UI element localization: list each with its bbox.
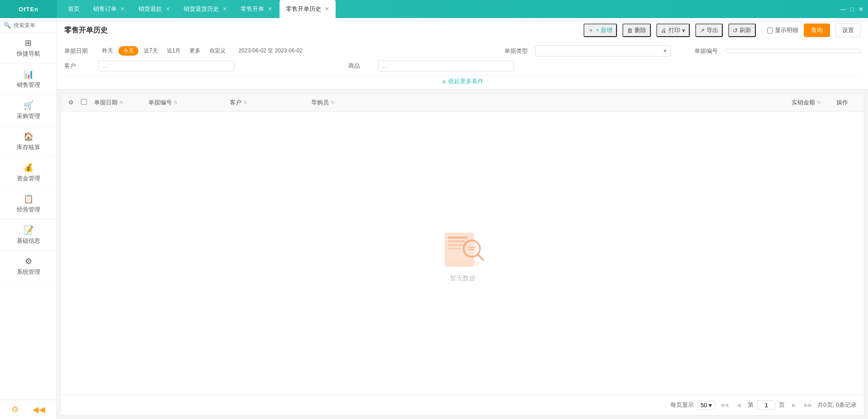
first-page-btn[interactable]: ◀◀ — [719, 400, 730, 410]
date-btn-last7[interactable]: 近7天 — [140, 46, 161, 56]
pagination: 每页显示 50 ▾ ◀◀ ◀ 第 页 ▶ ▶▶ 共0页, 0条记录 — [61, 395, 864, 415]
last-page-btn[interactable]: ▶▶ — [803, 400, 814, 410]
collapse-filter-btn[interactable]: ∧ 收起更多条件 — [64, 75, 861, 87]
tab-retail-history[interactable]: 零售开单历史✕ — [280, 0, 336, 18]
data-table-area: ⚙ 单据日期 ⇅ 单据编号 ⇅ 客户 ⇅ 导购员 ⇅ — [61, 93, 864, 415]
date-btn-yesterday[interactable]: 昨天 — [99, 46, 117, 56]
sidebar-item-inventory[interactable]: 🏠库存核算 — [0, 126, 57, 157]
th-amount[interactable]: 实销金额 ⇅ — [779, 99, 824, 107]
sort-amount-icon: ⇅ — [817, 100, 821, 105]
date-btn-more[interactable]: 更多 — [186, 46, 204, 56]
add-button[interactable]: ＋ + 新增 — [583, 24, 617, 37]
sort-guide-icon: ⇅ — [331, 100, 334, 105]
settings-button[interactable]: 设置 — [835, 24, 861, 37]
column-settings-btn[interactable]: ⚙ — [65, 99, 77, 106]
date-quick-btns: 昨天今天近7天近1月更多自定义 — [99, 46, 229, 56]
next-page-btn[interactable]: ▶ — [788, 400, 799, 410]
sidebar-label-operations: 经营管理 — [17, 206, 40, 214]
sidebar-item-finance[interactable]: 💰资金管理 — [0, 157, 57, 188]
customer-ellipsis: … — [103, 62, 109, 69]
minimize-icon[interactable]: — — [840, 6, 846, 13]
page-size-chevron: ▾ — [709, 402, 712, 409]
th-date[interactable]: 单据日期 ⇅ — [90, 99, 145, 107]
page-size-value: 50 — [701, 402, 707, 409]
th-customer[interactable]: 客户 ⇅ — [226, 99, 308, 107]
sidebar-item-quick-nav[interactable]: ⊞快捷导航 — [0, 33, 57, 64]
sidebar-label-sales-mgmt: 销售管理 — [17, 81, 40, 89]
close-icon[interactable]: ✕ — [859, 6, 863, 13]
tab-close-sales-return[interactable]: ✕ — [166, 6, 170, 12]
refresh-label: 刷新 — [740, 26, 751, 34]
th-guide[interactable]: 导购员 ⇅ — [308, 99, 362, 107]
sidebar-icon-sales-mgmt: 📊 — [24, 69, 33, 79]
tab-list: 首页销售订单✕销货退款✕销货退货历史✕零售开单✕零售开单历史✕ — [62, 0, 840, 18]
table-header: ⚙ 单据日期 ⇅ 单据编号 ⇅ 客户 ⇅ 导购员 ⇅ — [61, 94, 864, 112]
th-op-label: 操作 — [836, 99, 848, 107]
goods-filter-label: 商品 — [348, 62, 371, 70]
sidebar-icon-basic-info: 📝 — [24, 225, 33, 235]
sidebar-item-basic-info[interactable]: 📝基础信息 — [0, 220, 57, 251]
maximize-icon[interactable]: □ — [850, 6, 854, 13]
settings-bottom-icon[interactable]: ⚙ — [11, 405, 19, 414]
sidebar-bottom: ⚙ ◀◀ — [0, 400, 57, 419]
print-icon: 🖨 — [661, 27, 667, 34]
type-filter-select[interactable]: ▾ — [535, 45, 671, 56]
sidebar-item-system[interactable]: ⚙系统管理 — [0, 251, 57, 282]
display-detail-toggle[interactable]: 显示明细 — [767, 26, 798, 34]
select-all-input[interactable] — [81, 99, 87, 105]
tab-sales-order[interactable]: 销售订单✕ — [87, 0, 131, 18]
sidebar-item-operations[interactable]: 📋经营管理 — [0, 188, 57, 220]
empty-illustration — [436, 224, 490, 269]
sidebar-item-sales-mgmt[interactable]: 📊销售管理 — [0, 64, 57, 95]
export-label: 导出 — [707, 26, 718, 34]
filter-row-1: 单据日期 昨天今天近7天近1月更多自定义 2023-06-02 至 2023-0… — [64, 45, 861, 56]
svg-rect-2 — [447, 236, 468, 239]
sidebar-icon-inventory: 🏠 — [24, 132, 33, 141]
tab-close-retail-history[interactable]: ✕ — [325, 6, 329, 12]
content-area: 零售开单历史 ＋ + 新增 🗑 删除 🖨 打印 ▾ — [57, 18, 868, 419]
prev-page-btn[interactable]: ◀ — [733, 400, 744, 410]
svg-rect-3 — [447, 240, 465, 242]
svg-rect-5 — [447, 248, 461, 250]
page-size-select[interactable]: 50 ▾ — [697, 400, 715, 410]
sidebar-nav: ⊞快捷导航📊销售管理🛒采购管理🏠库存核算💰资金管理📋经营管理📝基础信息⚙系统管理 — [0, 33, 57, 282]
customer-filter-input[interactable]: … — [99, 60, 234, 71]
th-op: 操作 — [824, 99, 860, 107]
tab-home[interactable]: 首页 — [62, 0, 86, 18]
window-controls: — □ ✕ — [840, 6, 863, 13]
tab-sales-return-history[interactable]: 销货退货历史✕ — [177, 0, 233, 18]
display-detail-checkbox[interactable] — [767, 28, 773, 33]
tab-close-retail-open[interactable]: ✕ — [268, 6, 272, 12]
collapse-sidebar-icon[interactable]: ◀◀ — [33, 405, 45, 414]
print-button[interactable]: 🖨 打印 ▾ — [656, 24, 690, 37]
chevron-up-icon: ∧ — [442, 78, 446, 85]
sort-date-icon: ⇅ — [119, 100, 123, 105]
query-button[interactable]: 查询 — [804, 24, 830, 37]
add-icon: ＋ — [588, 26, 594, 34]
select-all-checkbox[interactable] — [77, 99, 90, 106]
tab-close-sales-return-history[interactable]: ✕ — [223, 6, 227, 12]
goods-ellipsis: … — [382, 62, 388, 69]
sidebar-item-purchase-mgmt[interactable]: 🛒采购管理 — [0, 95, 57, 126]
sidebar-search[interactable]: 🔍 — [0, 18, 57, 33]
tab-sales-return[interactable]: 销货退款✕ — [132, 0, 176, 18]
export-button[interactable]: ↗ 导出 — [695, 24, 723, 37]
page-number-input[interactable] — [757, 400, 775, 410]
delete-button[interactable]: 🗑 删除 — [622, 24, 651, 37]
page-size-label: 每页显示 — [670, 401, 694, 409]
tab-retail-open[interactable]: 零售开单✕ — [234, 0, 279, 18]
goods-filter-input[interactable]: … — [378, 60, 514, 71]
th-amount-label: 实销金额 — [792, 99, 815, 107]
delete-label: 删除 — [635, 26, 646, 34]
toolbar: ＋ + 新增 🗑 删除 🖨 打印 ▾ ↗ 导出 — [583, 24, 861, 37]
collapse-label: 收起更多条件 — [448, 77, 484, 85]
date-btn-custom[interactable]: 自定义 — [206, 46, 229, 56]
sidebar-icon-operations: 📋 — [24, 194, 33, 204]
date-btn-last1month[interactable]: 近1月 — [163, 46, 185, 56]
num-filter-input[interactable] — [725, 49, 861, 53]
refresh-button[interactable]: ↺ 刷新 — [728, 24, 756, 37]
th-customer-label: 客户 — [230, 99, 242, 107]
th-num[interactable]: 单据编号 ⇅ — [145, 99, 226, 107]
date-btn-today[interactable]: 今天 — [119, 46, 138, 56]
tab-close-sales-order[interactable]: ✕ — [120, 6, 125, 12]
